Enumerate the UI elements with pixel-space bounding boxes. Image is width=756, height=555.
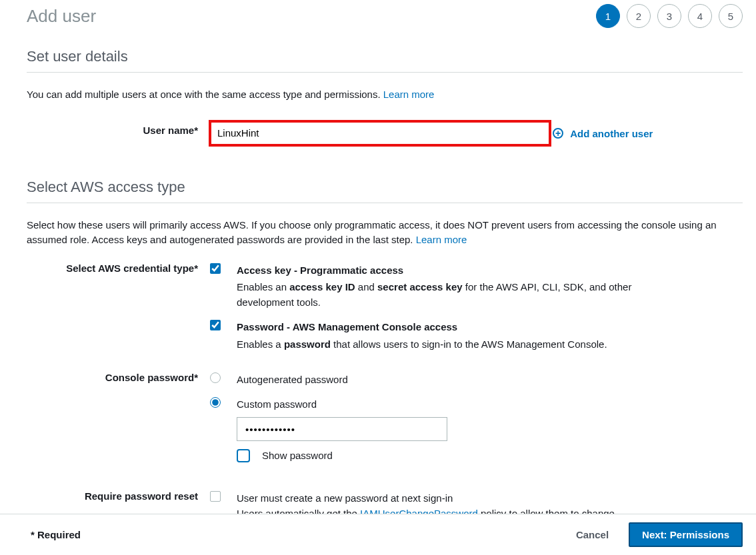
add-another-user-button[interactable]: + Add another user xyxy=(553,128,653,139)
wizard-steps: 1 2 3 4 5 xyxy=(596,4,743,28)
section-access-desc: Select how these users will primarily ac… xyxy=(27,219,717,246)
credential-type-label: Select AWS credential type* xyxy=(27,263,210,274)
access-key-checkbox[interactable] xyxy=(210,263,221,274)
autogen-password-radio[interactable] xyxy=(210,372,221,383)
password-console-checkbox[interactable] xyxy=(210,320,221,330)
add-another-user-label: Add another user xyxy=(570,128,653,139)
page-title: Add user xyxy=(27,6,96,27)
cancel-button[interactable]: Cancel xyxy=(576,529,609,540)
section-user-details-title: Set user details xyxy=(27,48,743,65)
password-input[interactable] xyxy=(237,417,447,441)
show-password-checkbox[interactable] xyxy=(237,449,250,462)
footer: * Required Cancel Next: Permissions xyxy=(0,514,756,555)
plus-icon: + xyxy=(553,128,563,139)
custom-password-radio[interactable] xyxy=(210,397,221,408)
access-key-title: Access key - Programmatic access xyxy=(237,263,637,278)
wizard-step-2[interactable]: 2 xyxy=(627,4,651,28)
access-key-desc: Enables an access key ID and secret acce… xyxy=(237,279,637,310)
section-access-title: Select AWS access type xyxy=(27,179,743,196)
wizard-step-4[interactable]: 4 xyxy=(688,4,712,28)
divider xyxy=(27,203,743,203)
learn-more-link[interactable]: Learn more xyxy=(383,89,435,100)
show-password-label: Show password xyxy=(262,448,333,463)
learn-more-link-access[interactable]: Learn more xyxy=(416,234,467,245)
password-console-title: Password - AWS Management Console access xyxy=(237,319,637,334)
next-permissions-button[interactable]: Next: Permissions xyxy=(629,522,743,547)
console-password-label: Console password* xyxy=(27,372,210,383)
custom-password-label: Custom password xyxy=(237,396,637,412)
require-reset-checkbox[interactable] xyxy=(210,491,221,502)
wizard-step-5[interactable]: 5 xyxy=(719,4,743,28)
wizard-step-1[interactable]: 1 xyxy=(596,4,620,28)
divider xyxy=(27,72,743,73)
user-name-label: User name* xyxy=(27,120,210,136)
user-name-input[interactable] xyxy=(210,121,550,145)
section-user-details-desc: You can add multiple users at once with … xyxy=(27,89,383,100)
autogen-password-label: Autogenerated password xyxy=(237,372,637,387)
wizard-step-3[interactable]: 3 xyxy=(657,4,681,28)
password-console-desc: Enables a password that allows users to … xyxy=(237,336,637,352)
reset-text-1: User must create a new password at next … xyxy=(237,490,637,506)
require-reset-label: Require password reset xyxy=(27,490,210,502)
required-note: * Required xyxy=(31,529,81,540)
